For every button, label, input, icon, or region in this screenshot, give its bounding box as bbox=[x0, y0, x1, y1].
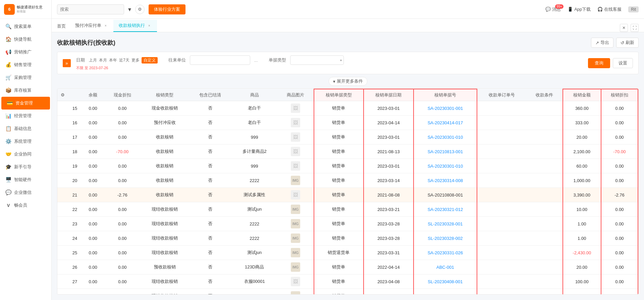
query-button[interactable]: 查询 bbox=[588, 58, 610, 68]
tab-receipt-cancel[interactable]: 收款核销执行 × bbox=[113, 20, 157, 32]
topbar-app-download-button[interactable]: 📱 App下载 bbox=[568, 6, 591, 12]
source-unit-input[interactable] bbox=[190, 55, 250, 65]
sidebar-item-basic[interactable]: 📋 基础信息 bbox=[0, 122, 51, 135]
cell-cancel-discount: 0.00 bbox=[601, 289, 638, 295]
cell-receipt-order-no bbox=[477, 289, 526, 295]
table-row: 17 0.00 0.00 收款核销 否 999 🖼 销货单 2023-03-01… bbox=[57, 130, 638, 144]
refresh-button[interactable]: ↺ 刷新 bbox=[616, 38, 639, 48]
tab-home[interactable]: 首页 bbox=[57, 20, 70, 32]
sidebar-item-newbie[interactable]: 🎓 新手引导 bbox=[0, 161, 51, 173]
sidebar-item-purchase[interactable]: 🛒 采购管理 bbox=[0, 71, 51, 84]
cell-voucher-date: 2023-04-08 bbox=[364, 274, 414, 289]
gear-icon[interactable]: ⚙ bbox=[135, 5, 145, 14]
cell-voucher-no[interactable]: SL-20230328-001 bbox=[414, 217, 477, 231]
sidebar-item-system[interactable]: ⚙️ 系统管理 bbox=[0, 135, 51, 148]
cell-seq: 22 bbox=[68, 202, 82, 217]
sidebar-item-member[interactable]: V 畅会员 bbox=[0, 199, 51, 212]
sidebar-item-collab[interactable]: 🤝 企业协同 bbox=[0, 148, 51, 161]
sidebar-menu: 🔍 搜索菜单 🏠 快捷导航 📢 营销推广 💰 销售管理 🛒 采购管理 📦 库存核… bbox=[0, 19, 51, 300]
sidebar-item-hardware[interactable]: 🖥️ 智能硬件 bbox=[0, 173, 51, 186]
cell-cancel-discount: 0.00 bbox=[601, 101, 638, 116]
sidebar-item-search[interactable]: 🔍 搜索菜单 bbox=[0, 20, 51, 33]
cell-voucher-no[interactable]: SA-20230321-012 bbox=[414, 202, 477, 217]
tab-close-all-button[interactable]: ✕ bbox=[620, 24, 628, 32]
cell-voucher-no[interactable]: SA-20210808-001 bbox=[414, 188, 477, 202]
cell-voucher-no[interactable]: SL-20230408-001 bbox=[414, 274, 477, 289]
industry-solution-button[interactable]: 体验行业方案 bbox=[149, 4, 185, 14]
cell-receipt-cond bbox=[526, 116, 562, 130]
cell-product-img: 🖼 bbox=[277, 159, 314, 173]
topbar-message-button[interactable]: 💬 消息 99+ bbox=[545, 6, 561, 12]
filter-expand-button[interactable]: » bbox=[63, 59, 71, 67]
cell-product-img: 🖼 bbox=[277, 116, 314, 130]
cell-cash-discount: 0.00 bbox=[104, 217, 140, 231]
tab-fullscreen-button[interactable]: ⛶ bbox=[631, 24, 639, 32]
cell-voucher-no[interactable]: SL-20230328-002 bbox=[414, 231, 477, 246]
topbar-search-input[interactable] bbox=[57, 4, 124, 14]
cell-voucher-type: 销货单 bbox=[314, 217, 364, 231]
cell-cancel-type: 收款核销 bbox=[140, 188, 189, 202]
topbar-service-button[interactable]: 🎧 在线客服 bbox=[597, 6, 622, 12]
cell-cancel-discount: 0.00 bbox=[601, 130, 638, 144]
col-settings[interactable]: ⚙ bbox=[57, 89, 68, 101]
sidebar-item-wechat[interactable]: 💬 企业微信 bbox=[0, 186, 51, 199]
date-this-month[interactable]: 本月 bbox=[99, 57, 107, 63]
voucher-type-select[interactable] bbox=[290, 55, 344, 65]
cell-voucher-date: 2023-03-01 bbox=[364, 159, 414, 173]
cell-voucher-no[interactable]: SA-20230314-008 bbox=[414, 173, 477, 188]
sidebar-item-finance[interactable]: 💳 资金管理 bbox=[1, 97, 50, 110]
tab-prepay[interactable]: 预付冲应付单 × bbox=[70, 20, 113, 32]
sidebar-item-marketing[interactable]: 📢 营销推广 bbox=[0, 46, 51, 58]
table-container: ⚙ 余额 现金折扣 核销类型 包含已结清 商品 商品图片 核销单据类型 核销单据… bbox=[57, 88, 639, 295]
cell-product: 123D商品 bbox=[231, 260, 277, 274]
topbar-dropdown[interactable]: ▾ bbox=[128, 6, 131, 13]
table-row: 24 0.00 0.00 现结收款核销 否 2222 IMG 销货单 2023-… bbox=[57, 231, 638, 246]
cell-voucher-no[interactable]: SA-20230301-010 bbox=[414, 159, 477, 173]
cell-include-settled: 否 bbox=[189, 130, 231, 144]
date-filter-label: 日期 bbox=[76, 57, 85, 63]
cell-voucher-date: 2022-04-14 bbox=[364, 260, 414, 274]
cell-voucher-no[interactable]: ABC-001 bbox=[414, 260, 477, 274]
cell-voucher-no[interactable]: SA-20230301-001 bbox=[414, 101, 477, 116]
col-cancel-type: 核销类型 bbox=[140, 89, 189, 101]
sidebar-item-sales[interactable]: 💰 销售管理 bbox=[0, 58, 51, 71]
cell-seq: 25 bbox=[68, 246, 82, 260]
cell-include-settled: 否 bbox=[189, 202, 231, 217]
chevron-down-icon: ▾ bbox=[333, 79, 335, 84]
date-more[interactable]: 更多 bbox=[131, 57, 140, 63]
tab-close-receipt-cancel[interactable]: × bbox=[147, 23, 152, 28]
cell-receipt-cond bbox=[526, 130, 562, 144]
expand-more-button[interactable]: ▾ 展开更多条件 bbox=[329, 77, 367, 86]
cell-seq: 18 bbox=[68, 144, 82, 159]
sidebar-item-quick-nav[interactable]: 🏠 快捷导航 bbox=[0, 33, 51, 46]
setting-button[interactable]: 设置 bbox=[613, 58, 633, 68]
voucher-type-label: 单据类型 bbox=[269, 57, 286, 63]
product-image: 🖼 bbox=[291, 190, 300, 200]
date-filter-group: 上月 本月 本年 近7天 更多 自定义 bbox=[89, 57, 158, 63]
cell-cancel-type: 预付冲应收 bbox=[140, 116, 189, 130]
cell-receipt-cond bbox=[526, 246, 562, 260]
date-custom-btn[interactable]: 自定义 bbox=[142, 57, 158, 63]
cell-voucher-no[interactable]: SA-20230301-010 bbox=[414, 130, 477, 144]
message-badge: 99+ bbox=[555, 4, 564, 9]
cell-product-img: IMG bbox=[277, 289, 314, 295]
cell-settings bbox=[57, 116, 68, 130]
cell-settings bbox=[57, 202, 68, 217]
sidebar-item-operations[interactable]: 📊 经营管理 bbox=[0, 110, 51, 122]
export-button[interactable]: ↗ 导出 bbox=[591, 38, 613, 48]
date-last-month[interactable]: 上月 bbox=[89, 57, 97, 63]
cell-receipt-order-no bbox=[477, 246, 526, 260]
date-last-7days[interactable]: 近7天 bbox=[119, 57, 129, 63]
cell-voucher-no[interactable]: SA-20230414-017 bbox=[414, 116, 477, 130]
user-info[interactable]: Rit bbox=[628, 6, 639, 12]
column-settings-icon[interactable]: ⚙ bbox=[61, 92, 65, 97]
cell-voucher-date: 2023-03-31 bbox=[364, 246, 414, 260]
cell-voucher-no[interactable]: SL-20230418-001 bbox=[414, 289, 477, 295]
cell-voucher-no[interactable]: SA-20230331-026 bbox=[414, 246, 477, 260]
date-this-year[interactable]: 本年 bbox=[109, 57, 117, 63]
sidebar-item-inventory[interactable]: 📦 库存核算 bbox=[0, 84, 51, 97]
tab-close-prepay[interactable]: × bbox=[103, 23, 108, 28]
cell-balance: 0.00 bbox=[82, 173, 104, 188]
cell-voucher-no[interactable]: SA-20210813-001 bbox=[414, 144, 477, 159]
cell-balance: 0.00 bbox=[82, 274, 104, 289]
